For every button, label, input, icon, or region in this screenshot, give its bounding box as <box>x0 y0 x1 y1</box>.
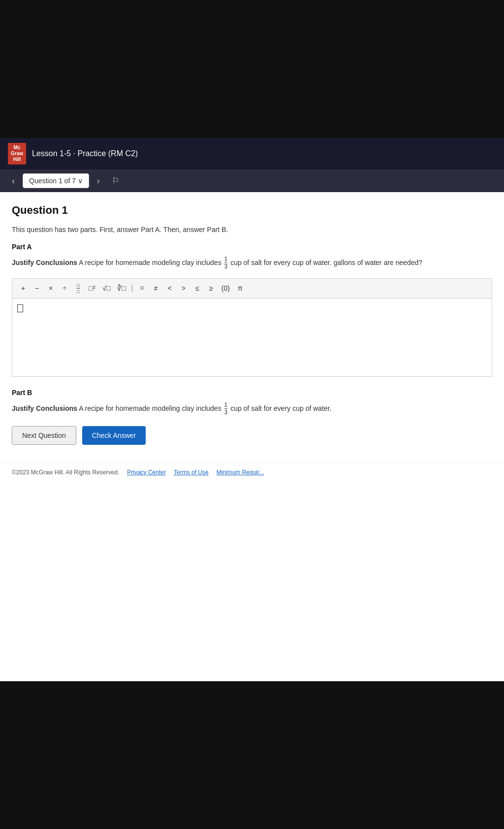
bookmark-button[interactable]: ⚐ <box>108 173 124 188</box>
prev-question-button[interactable]: ‹ <box>8 174 19 187</box>
page-footer: ©2023 McGraw Hill. All Rights Reserved. … <box>0 463 504 482</box>
part-b-text-suffix: cup of salt for every cup of water. <box>230 404 331 412</box>
bookmark-icon: ⚐ <box>112 176 120 186</box>
fraction-b-1-3: 1 3 <box>224 401 228 416</box>
math-notequal-button[interactable]: ≠ <box>150 283 162 293</box>
next-question-button[interactable]: › <box>93 174 104 187</box>
part-b-question-text: Justify Conclusions A recipe for homemad… <box>12 401 492 416</box>
content-area: Question 1 This question has two parts. … <box>0 192 504 463</box>
math-multiply-button[interactable]: × <box>45 283 57 293</box>
math-power-button[interactable]: □² <box>86 283 98 293</box>
part-a-question-text: Justify Conclusions A recipe for homemad… <box>12 256 492 270</box>
part-b-bold-label: Justify Conclusions <box>12 404 77 412</box>
privacy-center-link[interactable]: Privacy Center <box>127 469 166 476</box>
math-equals-button[interactable]: = <box>136 283 148 293</box>
part-b-label: Part B <box>12 389 492 397</box>
mcgraw-hill-logo: Mc Graw Hill <box>8 143 26 165</box>
math-pi-button[interactable]: π <box>234 283 246 293</box>
fraction-1-3: 1 3 <box>224 256 228 270</box>
footer-links: Privacy Center Terms of Use Minimum Requ… <box>127 469 264 476</box>
answer-cursor <box>17 304 23 312</box>
math-cbrt-button[interactable]: ∛□ <box>115 283 128 293</box>
math-parens-button[interactable]: (0) <box>219 283 232 293</box>
math-toolbar: + − × ÷ □ □ □² √□ ∛□ | = ≠ < > ≤ ≥ (0) π <box>12 278 492 298</box>
part-a-text-suffix: cup of salt for every cup of water. gall… <box>230 259 422 266</box>
app-header: Mc Graw Hill Lesson 1-5 · Practice (RM C… <box>0 138 504 169</box>
action-buttons: Next Question Check Answer <box>12 426 492 445</box>
math-divide-button[interactable]: ÷ <box>59 283 70 293</box>
math-greaterthan-button[interactable]: > <box>178 283 189 293</box>
math-fraction-button[interactable]: □ □ <box>72 282 84 295</box>
part-a-text-body: A recipe for homemade modeling clay incl… <box>79 259 223 266</box>
chevron-right-icon: › <box>97 176 100 186</box>
part-b-section: Part B Justify Conclusions A recipe for … <box>12 389 492 416</box>
navigation-bar: ‹ Question 1 of 7 ∨ › ⚐ <box>0 169 504 192</box>
question-selector-label: Question 1 of 7 ∨ <box>29 177 83 185</box>
copyright-text: ©2023 McGraw Hill. All Rights Reserved. <box>12 469 119 476</box>
question-intro: This question has two parts. First, answ… <box>12 225 492 235</box>
math-plus-button[interactable]: + <box>17 283 29 293</box>
math-separator: | <box>131 284 133 293</box>
terms-of-use-link[interactable]: Terms of Use <box>174 469 209 476</box>
question-title: Question 1 <box>12 204 492 217</box>
math-geq-button[interactable]: ≥ <box>205 283 217 293</box>
answer-input-area[interactable] <box>12 298 492 377</box>
math-lessthan-button[interactable]: < <box>164 283 176 293</box>
part-b-text-body: A recipe for homemade modeling clay incl… <box>79 404 223 412</box>
part-a-label: Part A <box>12 243 492 251</box>
question-selector-dropdown[interactable]: Question 1 of 7 ∨ <box>23 173 89 188</box>
math-sqrt-button[interactable]: √□ <box>100 283 113 293</box>
minimum-requirements-link[interactable]: Minimum Requir... <box>217 469 264 476</box>
header-title: Lesson 1-5 · Practice (RM C2) <box>32 149 138 158</box>
part-a-bold-label: Justify Conclusions <box>12 259 77 266</box>
check-answer-button[interactable]: Check Answer <box>82 426 146 445</box>
math-leq-button[interactable]: ≤ <box>191 283 203 293</box>
chevron-left-icon: ‹ <box>12 176 15 186</box>
next-question-button[interactable]: Next Question <box>12 426 76 445</box>
math-minus-button[interactable]: − <box>31 283 43 293</box>
